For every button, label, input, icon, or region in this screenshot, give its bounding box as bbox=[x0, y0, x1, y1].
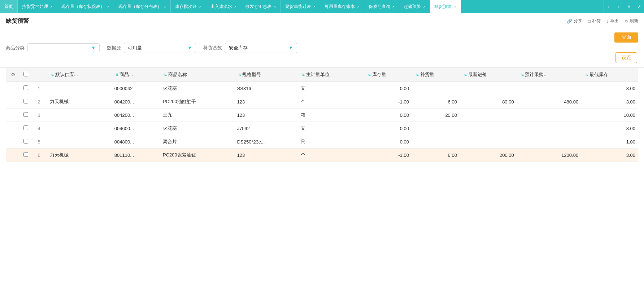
supplier-sort-icon: ⇅ bbox=[51, 73, 54, 77]
row-spec: 123 bbox=[234, 149, 298, 162]
product-name-sort-icon: ⇅ bbox=[164, 73, 167, 77]
tab-shortage[interactable]: 缺货预警 × bbox=[430, 0, 461, 13]
stock-header[interactable]: ⇅ 库存量 bbox=[364, 68, 412, 82]
row-unit: 只 bbox=[298, 135, 364, 149]
tab-close-shortage[interactable]: × bbox=[454, 4, 456, 9]
row-checkbox-cell bbox=[20, 149, 31, 162]
row-product-name: 三九 bbox=[160, 109, 234, 122]
select-all-checkbox[interactable] bbox=[23, 72, 28, 76]
tab-prev-button[interactable]: ‹ bbox=[604, 0, 614, 13]
query-button[interactable]: 查询 bbox=[614, 32, 638, 43]
product-name-header[interactable]: ⇅ 商品名称 bbox=[160, 68, 234, 82]
tab-abnormal[interactable]: 拣货异常处理 × bbox=[18, 0, 57, 13]
row-checkbox[interactable] bbox=[23, 99, 28, 103]
tab-available-ledger[interactable]: 可用量库存账本 × bbox=[320, 0, 364, 13]
refresh-button[interactable]: ↺ 刷新 bbox=[625, 18, 638, 24]
tab-close-overstock[interactable]: × bbox=[423, 4, 425, 9]
tab-receipt-summary[interactable]: 收发存汇总表 × bbox=[241, 0, 280, 13]
tab-close-batch-account[interactable]: × bbox=[199, 4, 201, 9]
row-unit: 支 bbox=[298, 82, 364, 95]
tab-expand-button[interactable]: ⤢ bbox=[634, 0, 644, 13]
tab-close-inventory-dist[interactable]: × bbox=[164, 4, 166, 9]
row-spec: 123 bbox=[234, 95, 298, 109]
row-number: 4 bbox=[31, 122, 47, 135]
row-checkbox-cell bbox=[20, 95, 31, 109]
tab-close-inout-flow[interactable]: × bbox=[234, 4, 236, 9]
table-header-row: ⚙ ⇅ 默认供应... ⇅ 商品... ⇅ bbox=[6, 68, 638, 82]
row-number: 2 bbox=[31, 95, 47, 109]
share-button[interactable]: 🔗 分享 bbox=[567, 18, 582, 24]
tab-next-button[interactable]: › bbox=[614, 0, 624, 13]
settings-button[interactable]: 设置 bbox=[615, 52, 637, 63]
row-unit: 支 bbox=[298, 122, 364, 135]
replenish-qty-header[interactable]: ⇅ 补货量 bbox=[412, 68, 460, 82]
filter-actions: 查询 设置 bbox=[614, 32, 638, 63]
datasource-value: 可用量 bbox=[128, 45, 142, 51]
row-checkbox[interactable] bbox=[23, 112, 28, 117]
gear-icon[interactable]: ⚙ bbox=[11, 72, 16, 78]
tab-inventory-dist[interactable]: 现存量（库存分布表） × bbox=[114, 0, 171, 13]
row-stock: 0.00 bbox=[364, 122, 412, 135]
tab-expiry-query[interactable]: 保质期查询 × bbox=[364, 0, 399, 13]
row-stock: -1.00 bbox=[364, 95, 412, 109]
unit-header[interactable]: ⇅ 主计量单位 bbox=[298, 68, 364, 82]
min-stock-sort-icon: ⇅ bbox=[585, 73, 588, 77]
row-product-name: 离合片 bbox=[160, 135, 234, 149]
row-number: 6 bbox=[31, 149, 47, 162]
tab-close-abnormal[interactable]: × bbox=[50, 4, 52, 9]
data-table: ⚙ ⇅ 默认供应... ⇅ 商品... ⇅ bbox=[6, 68, 638, 162]
table-row: 5 004800... 离合片 DS250*23c... 只 0.00 1.00 bbox=[6, 135, 638, 149]
tab-inventory-status[interactable]: 现存量（库存状况表） × bbox=[57, 0, 114, 13]
row-product-name: PC200油缸缸子 bbox=[160, 95, 234, 109]
row-gear-cell bbox=[6, 82, 20, 95]
min-stock-header[interactable]: ⇅ 最低库存 bbox=[581, 68, 638, 82]
row-checkbox[interactable] bbox=[23, 152, 28, 157]
replenish-base-value: 安全库存 bbox=[229, 45, 248, 51]
tab-batch-account[interactable]: 库存批次账 × bbox=[171, 0, 206, 13]
row-checkbox[interactable] bbox=[23, 139, 28, 144]
tab-close-all-button[interactable]: ✕ bbox=[624, 0, 634, 13]
supplier-header[interactable]: ⇅ 默认供应... bbox=[47, 68, 111, 82]
tab-close-expiry-query[interactable]: × bbox=[392, 4, 395, 9]
checkbox-header bbox=[20, 68, 31, 82]
replenish-base-select[interactable]: 安全库存 ▼ bbox=[225, 43, 297, 53]
tab-home[interactable]: 首页 bbox=[0, 0, 18, 13]
row-number: 5 bbox=[31, 135, 47, 149]
tab-close-receipt-summary[interactable]: × bbox=[274, 4, 276, 9]
row-checkbox[interactable] bbox=[23, 125, 28, 130]
page-title: 缺货预警 bbox=[6, 17, 29, 25]
category-select[interactable]: ▼ bbox=[27, 43, 100, 52]
row-stock: 0.00 bbox=[364, 109, 412, 122]
table-body: 1 0000042 火花塞 SS816 支 0.00 8.00 2 力天机械 0… bbox=[6, 82, 638, 162]
refresh-icon: ↺ bbox=[625, 19, 628, 24]
datasource-select[interactable]: 可用量 ▼ bbox=[124, 43, 196, 53]
row-estimated-purchase bbox=[517, 135, 581, 149]
product-code-header[interactable]: ⇅ 商品... bbox=[112, 68, 160, 82]
table-row: 4 004600... 火花塞 J7092 支 0.00 8.00 bbox=[6, 122, 638, 135]
row-gear-cell bbox=[6, 122, 20, 135]
row-replenish-qty: 6.00 bbox=[412, 149, 460, 162]
tab-overstock[interactable]: 超储预警 × bbox=[399, 0, 430, 13]
product-code-sort-icon: ⇅ bbox=[116, 73, 118, 77]
estimated-purchase-header[interactable]: ⇅ 预计采购... bbox=[517, 68, 581, 82]
row-supplier: 力天机械 bbox=[47, 95, 111, 109]
row-number: 3 bbox=[31, 109, 47, 122]
export-button[interactable]: ↓ 导出 bbox=[606, 18, 619, 24]
row-stock: 0.00 bbox=[364, 82, 412, 95]
row-product-code: 004200... bbox=[112, 95, 160, 109]
tab-close-available-ledger[interactable]: × bbox=[357, 4, 359, 9]
tab-close-demand-stat[interactable]: × bbox=[313, 4, 316, 9]
spec-header[interactable]: ⇅ 规格型号 bbox=[234, 68, 298, 82]
row-product-code: 004200... bbox=[112, 109, 160, 122]
latest-price-header[interactable]: ⇅ 最新进价 bbox=[460, 68, 517, 82]
tab-close-inventory-status[interactable]: × bbox=[107, 4, 109, 9]
row-checkbox[interactable] bbox=[23, 85, 28, 90]
tab-demand-stat[interactable]: 要货单统计表 × bbox=[281, 0, 320, 13]
table-row: 2 力天机械 004200... PC200油缸缸子 123 个 -1.00 6… bbox=[6, 95, 638, 109]
replenish-button[interactable]: □ 补货 bbox=[588, 18, 601, 24]
tab-inout-flow[interactable]: 出入库流水 × bbox=[206, 0, 241, 13]
estimated-purchase-sort-icon: ⇅ bbox=[521, 73, 524, 77]
row-spec: DS250*23c... bbox=[234, 135, 298, 149]
datasource-label: 数据源 bbox=[107, 45, 121, 51]
datasource-dropdown-icon: ▼ bbox=[187, 45, 192, 50]
